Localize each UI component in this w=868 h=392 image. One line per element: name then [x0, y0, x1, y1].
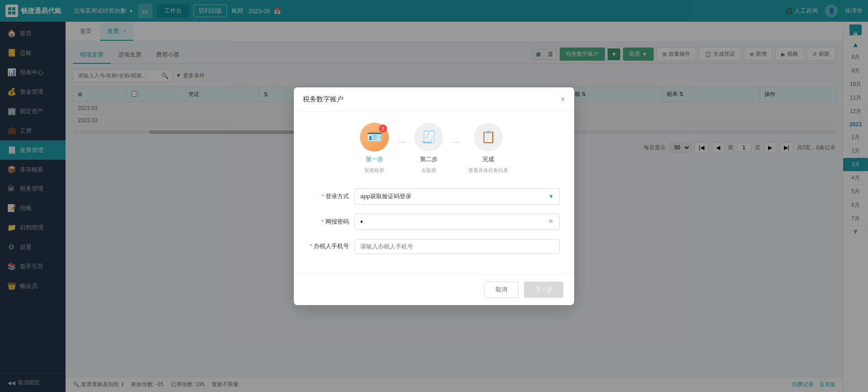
step-1-desc: 完善账密: [364, 167, 384, 174]
password-control: 👁: [354, 214, 560, 230]
password-row: * 网报密码 👁: [308, 214, 560, 230]
login-method-row: * 登录方式 app获取验证码登录 ▼: [308, 188, 560, 205]
phone-input[interactable]: [354, 239, 560, 254]
step-1-icon: 🪪: [367, 129, 382, 144]
phone-control: [354, 239, 560, 254]
eye-toggle-icon[interactable]: 👁: [548, 218, 554, 225]
step-2-label: 第二步: [420, 155, 438, 163]
step-3-icon-wrap: 📋: [474, 123, 503, 152]
password-label: * 网报密码: [308, 218, 349, 226]
step-2-icon-wrap: 🧾: [414, 123, 443, 152]
phone-label: * 办税人手机号: [308, 242, 349, 250]
step-arrow-2: →: [450, 135, 461, 161]
login-method-select[interactable]: app获取验证码登录 ▼: [354, 188, 560, 205]
tax-digital-modal: 税务数字账户 × 🪪 ! 第一步 完善账密 →: [294, 87, 574, 305]
cancel-button[interactable]: 取消: [484, 282, 519, 298]
password-input-wrap: 👁: [354, 214, 560, 230]
select-arrow-icon: ▼: [548, 193, 554, 200]
step-1-icon-wrap: 🪪 !: [360, 123, 389, 152]
step-1: 🪪 ! 第一步 完善账密: [360, 123, 389, 174]
step-3-icon: 📋: [481, 130, 495, 144]
login-method-label: * 登录方式: [308, 192, 349, 201]
login-method-value: app获取验证码登录: [360, 192, 411, 201]
step-arrow-1: →: [396, 135, 407, 161]
step-2-desc: 去取票: [421, 167, 436, 174]
step-1-badge: !: [379, 124, 387, 133]
step-2: 🧾 第二步 去取票: [414, 123, 443, 174]
steps-indicator: 🪪 ! 第一步 完善账密 → 🧾 第二步 去取票 →: [308, 123, 560, 174]
modal-overlay: 税务数字账户 × 🪪 ! 第一步 完善账密 →: [0, 0, 868, 392]
modal-close-button[interactable]: ×: [560, 95, 565, 104]
modal-header: 税务数字账户 ×: [294, 87, 574, 112]
step-3-label: 完成: [482, 155, 494, 163]
modal-body: 🪪 ! 第一步 完善账密 → 🧾 第二步 去取票 →: [294, 112, 574, 274]
login-method-control: app获取验证码登录 ▼: [354, 188, 560, 205]
phone-row: * 办税人手机号: [308, 239, 560, 254]
step-3: 📋 完成 查看具体任务结果: [468, 123, 508, 174]
modal-title: 税务数字账户: [303, 95, 344, 104]
step-3-desc: 查看具体任务结果: [468, 167, 508, 174]
next-button[interactable]: 下一步: [524, 282, 563, 298]
modal-footer: 取消 下一步: [294, 274, 574, 305]
step-2-icon: 🧾: [421, 130, 436, 144]
password-input[interactable]: [360, 218, 548, 226]
step-1-label: 第一步: [366, 155, 383, 163]
